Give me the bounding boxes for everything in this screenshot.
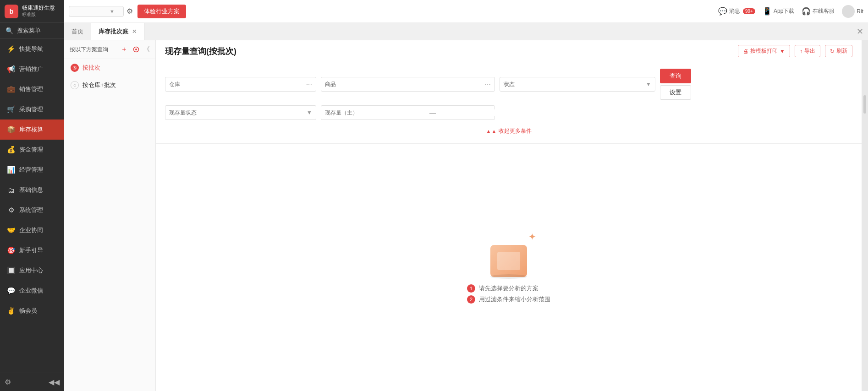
- collapse-sidebar-icon[interactable]: ◀◀: [49, 378, 60, 386]
- member-icon: ✌: [6, 306, 16, 315]
- stock-status-input[interactable]: [199, 109, 305, 116]
- export-icon: ↑: [800, 48, 802, 54]
- flash-icon: ⚡: [6, 44, 16, 54]
- refresh-btn-label: 刷新: [836, 47, 847, 55]
- status-filter[interactable]: 状态 ▼: [500, 77, 655, 92]
- sidebar-item-label: 系统管理: [19, 206, 43, 214]
- page-title: 现存量查询(按批次): [165, 46, 236, 57]
- right-edge-panel: [862, 40, 868, 391]
- search-input[interactable]: [73, 8, 110, 15]
- add-plan-btn[interactable]: +: [120, 45, 129, 54]
- message-icon: 💬: [718, 7, 727, 16]
- warehouse-input[interactable]: [183, 81, 306, 87]
- sidebar-item-yingyong[interactable]: 🔲 应用中心: [0, 261, 64, 281]
- export-btn[interactable]: ↑ 导出: [795, 45, 820, 57]
- panel-close-btn[interactable]: ✕: [857, 27, 863, 37]
- print-btn[interactable]: 🖨 按模板打印 ▼: [738, 45, 790, 57]
- sidebar: b 畅康通好生意 标准版 🔍 搜索菜单 ⚡ 快捷导航 📢 营销推广 💼 销售管理…: [0, 0, 64, 391]
- plan-label-cangku-pici: 按仓库+批次: [82, 81, 116, 89]
- empty-state: ✦ 1 请先选择要分析的方案 2 用过滤条件来缩小分析范围: [156, 144, 862, 391]
- wechat-icon: 💬: [6, 286, 16, 295]
- tab-home-label: 首页: [71, 27, 83, 36]
- settings-plan-btn[interactable]: [132, 45, 141, 54]
- app-download-action[interactable]: 📱 App下载: [763, 7, 794, 16]
- warehouse-dots[interactable]: ···: [306, 80, 312, 88]
- sidebar-search[interactable]: 🔍 搜索菜单: [0, 23, 64, 39]
- product-filter[interactable]: 商品 ···: [321, 77, 495, 92]
- export-btn-label: 导出: [804, 47, 815, 55]
- stock-qty-max-input[interactable]: [436, 109, 505, 116]
- app-title-block: 畅康通好生意 标准版: [22, 5, 55, 18]
- stock-status-chevron-icon[interactable]: ▼: [307, 109, 312, 116]
- phone-icon: 📱: [763, 7, 772, 16]
- right-panel: 现存量查询(按批次) 🖨 按模板打印 ▼ ↑ 导出 ↻ 刷新: [156, 40, 862, 391]
- sidebar-item-label: 采购管理: [19, 105, 43, 114]
- plan-item-cangku-pici[interactable]: ○ 按仓库+批次: [64, 76, 155, 94]
- app-download-label: App下载: [774, 7, 794, 15]
- page-actions: 🖨 按模板打印 ▼ ↑ 导出 ↻ 刷新: [738, 45, 852, 57]
- sidebar-item-xitong[interactable]: ⚙ 系统管理: [0, 200, 64, 220]
- sidebar-item-kuaijie[interactable]: ⚡ 快捷导航: [0, 39, 64, 59]
- sidebar-item-xinshou[interactable]: 🎯 新手引导: [0, 240, 64, 261]
- empty-box: [490, 245, 527, 277]
- sidebar-item-qiyexietong[interactable]: 🤝 企业协同: [0, 220, 64, 240]
- stock-qty-filter[interactable]: 现存量（主） —: [321, 105, 495, 120]
- query-btn[interactable]: 查询: [660, 69, 691, 83]
- plan-label-pici: 按批次: [82, 64, 100, 72]
- username-label: Rit: [857, 8, 863, 15]
- app-title: 畅康通好生意: [22, 5, 55, 12]
- target-icon: 🎯: [6, 246, 16, 255]
- left-panel: 按以下方案查询 + 《 ⑤ 按批次 ○ 按仓库: [64, 40, 156, 391]
- settings-btn[interactable]: 设置: [660, 85, 691, 100]
- collapse-filters-btn[interactable]: ▲▲ 收起更多条件: [165, 125, 852, 137]
- sidebar-item-changhui[interactable]: ✌ 畅会员: [0, 301, 64, 321]
- box-icon: 📦: [6, 125, 16, 134]
- sidebar-item-jichu[interactable]: 🗂 基础信息: [0, 180, 64, 200]
- online-service-action[interactable]: 🎧 在线客服: [802, 7, 835, 16]
- refresh-icon: ↻: [830, 48, 835, 54]
- filter-row-2: 现存量状态 ▼ 现存量（主） —: [165, 105, 852, 120]
- sidebar-item-xiaoshou[interactable]: 💼 销售管理: [0, 79, 64, 99]
- briefcase-icon: 💼: [6, 85, 16, 94]
- sidebar-item-jingying[interactable]: 📊 经营管理: [0, 160, 64, 180]
- status-label: 状态: [504, 81, 515, 88]
- warehouse-filter[interactable]: 仓库 ···: [165, 77, 316, 92]
- empty-step-1: 1 请先选择要分析的方案: [467, 284, 550, 293]
- sidebar-item-yingxiao[interactable]: 📢 营销推广: [0, 59, 64, 79]
- user-action[interactable]: Rit: [842, 5, 863, 18]
- stock-qty-min-input[interactable]: [361, 109, 429, 116]
- left-panel-title: 按以下方案查询: [70, 46, 108, 54]
- topbar-left: ▼ ⚙ 体验行业方案: [69, 5, 718, 18]
- tab-close-icon[interactable]: ✕: [132, 28, 137, 35]
- sidebar-item-kucun[interactable]: 📦 库存核算: [0, 119, 64, 140]
- headset-icon: 🎧: [802, 7, 811, 16]
- product-dots[interactable]: ···: [485, 80, 491, 88]
- sidebar-footer: ⚙ ◀◀: [0, 373, 64, 391]
- messages-action[interactable]: 💬 消息 99+: [718, 7, 755, 16]
- sidebar-item-label: 新手引导: [19, 246, 43, 255]
- sidebar-item-zijin[interactable]: 💰 资金管理: [0, 140, 64, 160]
- collapse-up-icon: ▲▲: [486, 128, 497, 135]
- tab-kucun-pici[interactable]: 库存批次账 ✕: [91, 23, 144, 40]
- tab-kucun-pici-label: 库存批次账: [99, 27, 128, 36]
- settings-footer-icon[interactable]: ⚙: [5, 378, 11, 386]
- plan-item-pici[interactable]: ⑤ 按批次: [64, 59, 155, 76]
- refresh-btn[interactable]: ↻ 刷新: [825, 45, 852, 57]
- status-input[interactable]: [517, 81, 644, 87]
- sidebar-item-caigou[interactable]: 🛒 采购管理: [0, 99, 64, 119]
- experience-btn[interactable]: 体验行业方案: [137, 5, 186, 18]
- search-wrapper[interactable]: ▼: [69, 6, 124, 17]
- sidebar-item-label: 经营管理: [19, 166, 43, 174]
- tab-home[interactable]: 首页: [64, 23, 91, 40]
- sidebar-item-qiyeweixin[interactable]: 💬 企业微信: [0, 281, 64, 301]
- empty-step-2: 2 用过滤条件来缩小分析范围: [467, 295, 550, 304]
- empty-shadow: [490, 274, 527, 279]
- status-chevron-icon[interactable]: ▼: [646, 81, 651, 87]
- collapse-left-panel-btn[interactable]: 《: [143, 45, 150, 54]
- topbar-gear-icon[interactable]: ⚙: [126, 7, 133, 16]
- folder-icon: 🗂: [6, 185, 16, 195]
- stock-status-filter[interactable]: 现存量状态 ▼: [165, 105, 316, 120]
- sidebar-menu: ⚡ 快捷导航 📢 营销推广 💼 销售管理 🛒 采购管理 📦 库存核算 💰 资金管…: [0, 39, 64, 373]
- product-input[interactable]: [339, 81, 485, 87]
- plan-icon-active: ⑤: [71, 64, 79, 72]
